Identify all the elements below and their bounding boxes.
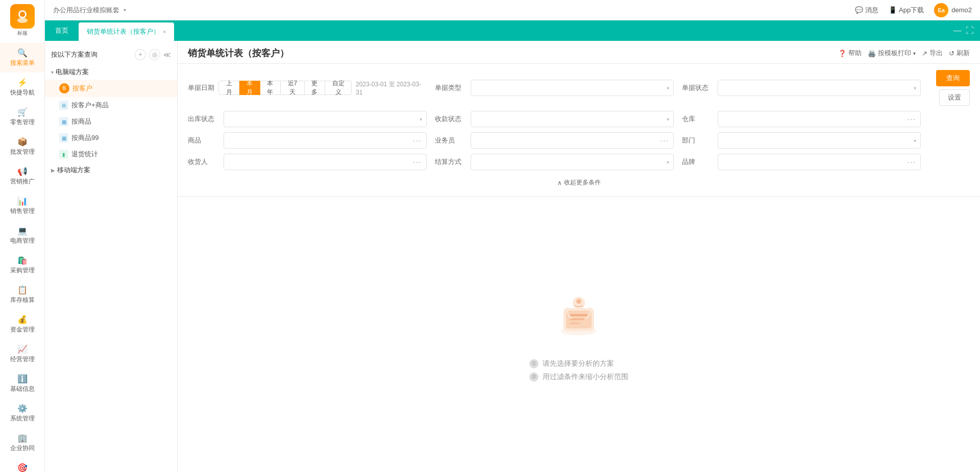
empty-tip-2: ② 用过滤条件来缩小分析范围 — [529, 372, 628, 382]
settlement-field[interactable]: ▾ — [471, 154, 674, 170]
scheme-icon-customer-goods: ⊞ — [59, 101, 68, 110]
print-dropdown-arrow: ▾ — [913, 51, 916, 56]
sidebar: 标服 🔍 搜索菜单 ⚡ 快捷导航 🛒 零售管理 📦 批发管理 📢 营销推广 📊 … — [0, 0, 45, 472]
sidebar-item-retail[interactable]: 🛒 零售管理 — [0, 102, 44, 132]
order-status-label: 单据状态 — [682, 83, 718, 92]
tab-close-icon[interactable]: × — [163, 29, 166, 35]
brand-field[interactable]: ··· — [718, 154, 921, 170]
scheme-add-btn[interactable]: + — [135, 49, 146, 60]
scheme-settings-btn[interactable]: ◎ — [149, 49, 160, 60]
collapse-more-btn[interactable]: ∧ 收起更多条件 — [188, 175, 970, 190]
goods-dots: ··· — [413, 136, 422, 145]
order-type-field[interactable]: ▾ — [471, 80, 674, 96]
sidebar-label-operation: 经营管理 — [10, 355, 35, 364]
scheme-settings-icon: ◎ — [152, 51, 157, 58]
sidebar-label-quick-nav: 快捷导航 — [10, 88, 35, 97]
date-btn-last-7-days[interactable]: 近7天 — [281, 81, 305, 95]
date-btn-last-month[interactable]: 上月 — [218, 81, 239, 95]
avatar-initials: Ea — [938, 7, 945, 13]
department-label: 部门 — [682, 136, 718, 145]
user-area[interactable]: Ea demo2 — [934, 3, 972, 17]
tab-minimize-btn[interactable]: — — [953, 26, 962, 35]
date-range-display: 2023-03-01 至 2023-03-31 — [356, 80, 427, 96]
sidebar-label-search: 搜索菜单 — [10, 59, 35, 67]
scheme-item-by-customer[interactable]: 客 按客户 — [45, 80, 177, 97]
template-print-btn[interactable]: 🖨️ 按模板打印 ▾ — [868, 49, 916, 58]
sidebar-item-finance[interactable]: 💰 资金管理 — [0, 310, 44, 339]
out-status-field[interactable]: ▾ — [224, 111, 427, 127]
scheme-item-by-customer-goods[interactable]: ⊞ 按客户+商品 — [45, 97, 177, 113]
sidebar-item-system[interactable]: ⚙️ 系统管理 — [0, 398, 44, 428]
tab-expand-btn[interactable]: ⛶ — [966, 26, 974, 35]
scheme-panel-header: 按以下方案查询 + ◎ ≪ — [45, 45, 177, 64]
date-btn-custom[interactable]: 自定义 — [325, 81, 352, 95]
help-btn[interactable]: ❓ 帮助 — [838, 49, 862, 58]
sidebar-item-enterprise[interactable]: 🏢 企业协同 — [0, 428, 44, 458]
export-btn[interactable]: ↗ 导出 — [922, 49, 943, 58]
message-btn[interactable]: 💬 消息 — [855, 6, 878, 15]
sidebar-item-marketing[interactable]: 📢 营销推广 — [0, 161, 44, 191]
scheme-icon-goods-99: ▦ — [59, 133, 68, 143]
svg-rect-6 — [570, 314, 588, 316]
receipt-status-field[interactable]: ▾ — [471, 111, 674, 127]
scheme-group-header-desktop[interactable]: ▾ 电脑端方案 — [45, 64, 177, 80]
industry-dropdown-arrow[interactable]: ▾ — [124, 7, 126, 13]
collapse-label: 收起更多条件 — [564, 178, 601, 187]
tab-home[interactable]: 首页 — [45, 20, 79, 41]
scheme-panel-actions: + ◎ ≪ — [135, 49, 171, 60]
refresh-btn[interactable]: ↺ 刷新 — [949, 49, 970, 58]
sidebar-item-operation[interactable]: 📈 经营管理 — [0, 339, 44, 369]
receiver-field[interactable]: ··· — [224, 154, 427, 170]
basic-icon: ℹ️ — [17, 374, 28, 384]
settings-button[interactable]: 设置 — [939, 89, 970, 106]
sidebar-item-quick-nav[interactable]: ⚡ 快捷导航 — [0, 73, 44, 102]
scheme-icon-return: ▮ — [59, 150, 68, 159]
sidebar-label-sales: 销售管理 — [10, 207, 35, 216]
template-print-label: 按模板打印 — [878, 49, 911, 58]
scheme-add-icon: + — [138, 51, 142, 58]
sidebar-item-purchase[interactable]: 🛍️ 采购管理 — [0, 250, 44, 280]
scheme-icon-customer: 客 — [59, 83, 69, 93]
scheme-collapse-btn[interactable]: ≪ — [163, 51, 171, 59]
warehouse-field[interactable]: ··· — [718, 111, 921, 127]
date-btn-more[interactable]: 更多 — [305, 81, 325, 95]
avatar: Ea — [934, 3, 948, 17]
goods-field[interactable]: ··· — [224, 132, 427, 149]
sidebar-item-sales[interactable]: 📊 销售管理 — [0, 191, 44, 221]
marketing-icon: 📢 — [17, 167, 28, 176]
tab-active[interactable]: 销货单统计表（按客户） × — [79, 22, 174, 41]
department-arrow: ▾ — [914, 138, 916, 144]
salesperson-dots: ··· — [660, 136, 669, 145]
sidebar-item-wholesale[interactable]: 📦 批发管理 — [0, 132, 44, 161]
sidebar-item-search[interactable]: 🔍 搜索菜单 — [0, 43, 44, 73]
department-field[interactable]: ▾ — [718, 132, 921, 149]
purchase-icon: 🛍️ — [17, 255, 28, 265]
tip2-num: ② — [529, 372, 538, 382]
date-btn-this-year[interactable]: 本年 — [260, 81, 281, 95]
order-status-field[interactable]: ▾ — [718, 80, 921, 96]
scheme-item-by-goods[interactable]: ▦ 按商品 — [45, 113, 177, 130]
salesperson-field[interactable]: ··· — [471, 132, 674, 149]
export-icon: ↗ — [922, 50, 927, 57]
query-button[interactable]: 查询 — [936, 70, 970, 86]
scheme-item-by-goods-99[interactable]: ▦ 按商品99 — [45, 130, 177, 146]
svg-point-10 — [576, 299, 581, 304]
sidebar-item-newbie[interactable]: 🎯 新手引导 — [0, 458, 44, 472]
tab-active-label: 销货单统计表（按客户） — [87, 27, 160, 36]
empty-icon — [548, 288, 609, 349]
scheme-group-header-mobile[interactable]: ▶ 移动端方案 — [45, 162, 177, 178]
refresh-icon: ↺ — [949, 50, 954, 57]
receipt-status-arrow: ▾ — [667, 116, 669, 122]
scheme-panel: 按以下方案查询 + ◎ ≪ ▾ 电脑端方案 客 — [45, 41, 178, 472]
sidebar-item-basic[interactable]: ℹ️ 基础信息 — [0, 369, 44, 398]
date-btn-this-month[interactable]: 本月 — [239, 81, 260, 95]
sidebar-item-inventory[interactable]: 📋 库存核算 — [0, 280, 44, 310]
tab-home-label: 首页 — [55, 26, 68, 35]
app-download-btn[interactable]: 📱 App下载 — [889, 6, 924, 15]
scheme-item-return-stats[interactable]: ▮ 退货统计 — [45, 146, 177, 162]
scheme-panel-title: 按以下方案查询 — [51, 50, 97, 59]
scheme-label-by-customer-goods: 按客户+商品 — [71, 101, 109, 110]
out-status-label: 出库状态 — [188, 114, 224, 124]
sidebar-item-ecommerce[interactable]: 💻 电商管理 — [0, 221, 44, 250]
print-icon: 🖨️ — [868, 50, 876, 57]
